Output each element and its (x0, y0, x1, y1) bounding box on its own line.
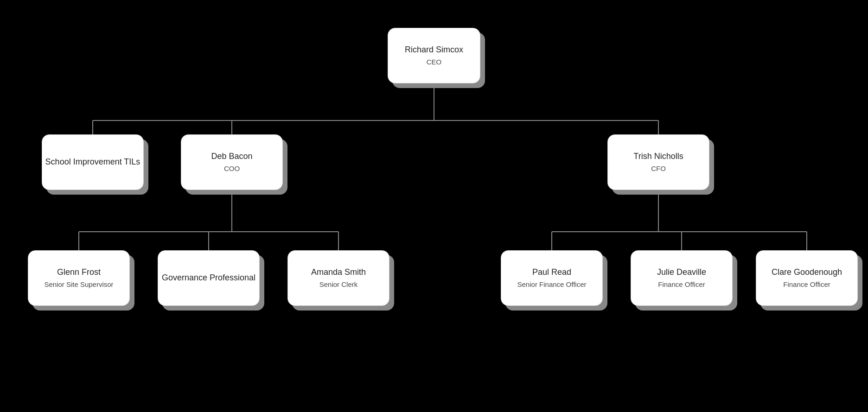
glenn-frost-title: Senior Site Supervisor (44, 280, 113, 289)
paul-read-node: Paul Read Senior Finance Officer (501, 250, 603, 306)
amanda-smith-node: Amanda Smith Senior Clerk (287, 250, 389, 306)
org-chart: Richard Simcox CEO School Improvement TI… (0, 0, 868, 412)
trish-nicholls-name: Trish Nicholls (633, 152, 683, 162)
ceo-node: Richard Simcox CEO (388, 28, 480, 83)
julie-deaville-name: Julie Deaville (657, 267, 706, 278)
governance-node: Governance Professional (158, 250, 260, 306)
glenn-frost-node: Glenn Frost Senior Site Supervisor (28, 250, 130, 306)
julie-deaville-node: Julie Deaville Finance Officer (631, 250, 733, 306)
governance-name: Governance Professional (162, 273, 255, 283)
trish-nicholls-node: Trish Nicholls CFO (607, 134, 709, 190)
julie-deaville-title: Finance Officer (658, 280, 705, 289)
amanda-smith-name: Amanda Smith (311, 267, 366, 278)
deb-bacon-name: Deb Bacon (211, 152, 252, 162)
deb-bacon-node: Deb Bacon COO (181, 134, 283, 190)
glenn-frost-name: Glenn Frost (57, 267, 101, 278)
school-improvement-node: School Improvement TILs (42, 134, 144, 190)
paul-read-name: Paul Read (532, 267, 571, 278)
ceo-name: Richard Simcox (405, 45, 463, 55)
clare-goodenough-name: Clare Goodenough (772, 267, 842, 278)
ceo-title: CEO (427, 58, 442, 66)
amanda-smith-title: Senior Clerk (319, 280, 358, 289)
deb-bacon-title: COO (224, 165, 240, 173)
paul-read-title: Senior Finance Officer (517, 280, 587, 289)
school-improvement-name: School Improvement TILs (45, 157, 140, 167)
trish-nicholls-title: CFO (651, 165, 666, 173)
clare-goodenough-node: Clare Goodenough Finance Officer (756, 250, 858, 306)
clare-goodenough-title: Finance Officer (783, 280, 830, 289)
